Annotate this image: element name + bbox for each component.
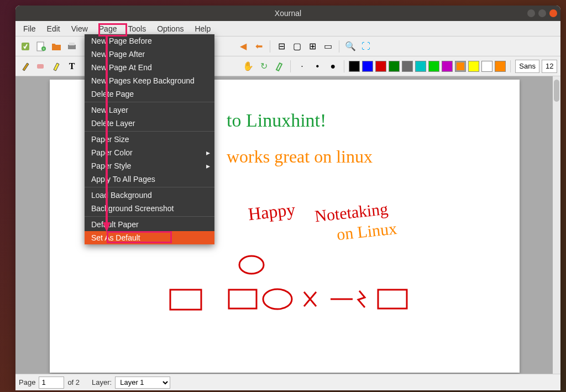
svg-text:to Linuxhint!: to Linuxhint!: [227, 110, 326, 130]
color-white[interactable]: [481, 61, 492, 72]
text-tool-icon[interactable]: T: [65, 60, 78, 73]
close-button[interactable]: [549, 9, 557, 17]
menu-new-page-after[interactable]: New Page After: [85, 48, 214, 61]
svg-point-15: [263, 289, 292, 309]
page-number-input[interactable]: [39, 377, 64, 389]
fit-page-icon[interactable]: ▢: [290, 40, 303, 53]
color-cyan[interactable]: [415, 61, 426, 72]
page-width-icon[interactable]: ▭: [321, 40, 334, 53]
color-blue[interactable]: [362, 61, 373, 72]
color-yellow[interactable]: [468, 61, 479, 72]
svg-rect-14: [229, 290, 256, 309]
svg-rect-13: [170, 290, 201, 310]
menu-separator: [85, 216, 214, 217]
eraser-tool-icon[interactable]: [34, 60, 48, 73]
color-green[interactable]: [389, 61, 400, 72]
menu-set-as-default[interactable]: Set As Default: [85, 231, 214, 244]
undo-icon[interactable]: ↻: [257, 60, 270, 73]
separator: [510, 60, 511, 72]
thickness-thick-icon[interactable]: ●: [326, 60, 339, 73]
fullscreen-icon[interactable]: ⛶: [359, 40, 373, 53]
pen-tool-icon[interactable]: [19, 60, 32, 73]
menu-edit[interactable]: Edit: [41, 22, 66, 35]
layer-select[interactable]: Layer 1: [115, 377, 170, 389]
separator: [339, 40, 339, 53]
minimize-button[interactable]: [527, 9, 535, 17]
new-doc-icon[interactable]: +: [34, 40, 48, 53]
shape-tool-icon[interactable]: [272, 60, 286, 73]
menu-new-layer[interactable]: New Layer: [85, 103, 214, 117]
svg-rect-5: [69, 43, 75, 45]
separator: [344, 60, 344, 72]
svg-text:Happy: Happy: [247, 199, 296, 224]
menu-tools[interactable]: Tools: [122, 22, 151, 35]
menu-delete-page[interactable]: Delete Page: [85, 87, 214, 101]
color-magenta[interactable]: [442, 61, 453, 72]
scrollbar-thumb[interactable]: [554, 80, 559, 102]
menu-separator: [85, 102, 214, 102]
window-controls: [527, 9, 557, 17]
menu-options[interactable]: Options: [151, 22, 189, 35]
save-icon[interactable]: [19, 40, 32, 53]
thickness-thin-icon[interactable]: ·: [295, 60, 308, 73]
window-title: Xournal: [275, 9, 301, 18]
open-folder-icon[interactable]: [50, 40, 63, 53]
menu-apply-all-pages[interactable]: Apply To All Pages: [85, 173, 214, 186]
menu-separator: [85, 131, 214, 132]
color-custom[interactable]: [495, 61, 506, 72]
menu-view[interactable]: View: [66, 22, 93, 35]
separator: [290, 60, 291, 72]
svg-rect-17: [378, 290, 407, 309]
menu-new-pages-keep-bg[interactable]: New Pages Keep Background: [85, 74, 214, 87]
menu-delete-layer[interactable]: Delete Layer: [85, 117, 214, 130]
menu-new-page-before[interactable]: New Page Before: [85, 34, 214, 48]
menu-background-screenshot[interactable]: Background Screenshot: [85, 202, 214, 215]
first-page-icon[interactable]: ◀: [237, 40, 250, 53]
color-orange[interactable]: [455, 61, 466, 72]
page-total: of 2: [67, 378, 80, 386]
vertical-scrollbar[interactable]: [553, 76, 560, 374]
font-family-select[interactable]: Sans: [515, 60, 539, 73]
color-gray[interactable]: [402, 61, 413, 72]
statusbar: Page of 2 Layer: Layer 1: [15, 374, 560, 390]
page-menu-dropdown: New Page Before New Page After New Page …: [85, 34, 214, 244]
highlighter-tool-icon[interactable]: [50, 60, 63, 73]
svg-text:on Linux: on Linux: [336, 219, 397, 243]
svg-text:+: +: [43, 47, 45, 51]
color-red[interactable]: [375, 61, 386, 72]
font-size-input[interactable]: 12: [542, 60, 557, 73]
prev-page-icon[interactable]: ⬅: [252, 40, 265, 53]
menu-load-background[interactable]: Load Background: [85, 189, 214, 202]
menu-default-paper[interactable]: Default Paper: [85, 218, 214, 231]
svg-point-12: [239, 256, 264, 274]
print-icon[interactable]: [65, 40, 78, 53]
svg-rect-4: [68, 45, 76, 49]
layer-label: Layer:: [92, 378, 112, 386]
color-black[interactable]: [349, 61, 360, 72]
svg-text:works great on linux: works great on linux: [227, 147, 373, 166]
menu-separator: [85, 187, 214, 187]
titlebar: Xournal: [15, 6, 560, 21]
svg-rect-6: [37, 64, 44, 69]
menu-file[interactable]: File: [18, 22, 41, 35]
menu-new-page-at-end[interactable]: New Page At End: [85, 61, 214, 74]
zoom-out-icon[interactable]: ⊟: [275, 40, 288, 53]
menu-help[interactable]: Help: [189, 22, 216, 35]
color-lime[interactable]: [428, 61, 439, 72]
page-label: Page: [19, 378, 35, 386]
menu-paper-style[interactable]: Paper Style: [85, 159, 214, 173]
menu-paper-size[interactable]: Paper Size: [85, 133, 214, 146]
menu-page[interactable]: Page: [93, 22, 123, 35]
maximize-button[interactable]: [538, 9, 546, 17]
hand-tool-icon[interactable]: ✋: [242, 60, 255, 73]
zoom-icon[interactable]: 🔍: [344, 40, 357, 53]
separator: [270, 40, 270, 53]
zoom-in-icon[interactable]: ⊞: [306, 40, 319, 53]
menu-paper-color[interactable]: Paper Color: [85, 146, 214, 159]
thickness-med-icon[interactable]: •: [311, 60, 324, 73]
